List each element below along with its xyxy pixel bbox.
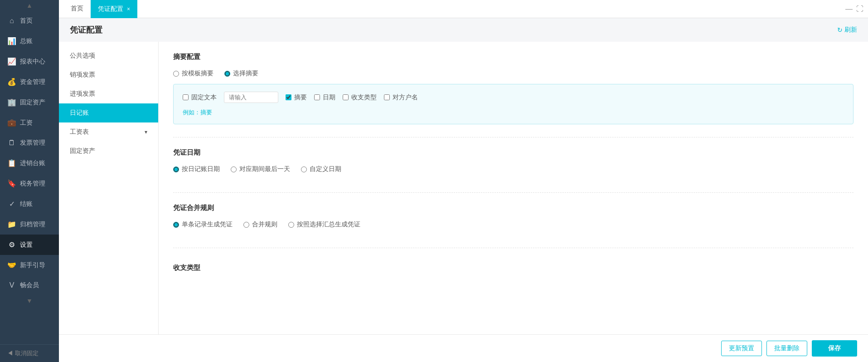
content-body: 公共选项 销项发票 进项发票 日记账 工资表 ▾ 固定资产 <box>59 42 868 334</box>
settings-icon: ⚙ <box>7 240 16 249</box>
radio-custom-date-label: 自定义日期 <box>310 165 341 173</box>
tax-icon: 🔖 <box>7 179 16 188</box>
left-nav-public[interactable]: 公共选项 <box>59 46 158 65</box>
checkbox-summary[interactable]: 摘要 <box>286 93 307 102</box>
sidebar-item-member-label: 畅会员 <box>20 281 39 289</box>
left-nav-purchase-invoice[interactable]: 进项发票 <box>59 84 158 103</box>
left-nav-purchase-invoice-label: 进项发票 <box>70 90 95 98</box>
summary-example: 例如：摘要 <box>183 108 844 117</box>
section-voucher-date: 凭证日期 按日记账日期 对应期间最后一天 自定义日期 <box>173 148 853 193</box>
left-nav-diary[interactable]: 日记账 <box>59 103 158 122</box>
unpin-icon: ◀ <box>7 350 13 357</box>
assets-icon: 🏢 <box>7 98 16 107</box>
home-icon: ⌂ <box>7 17 16 25</box>
radio-select-summary[interactable]: 选择摘要 <box>224 69 258 78</box>
sidebar-item-purchasesales[interactable]: 📋 进销台账 <box>0 153 59 173</box>
checkbox-counterparty-input[interactable] <box>384 94 390 100</box>
radio-last-day[interactable]: 对应期间最后一天 <box>231 165 290 173</box>
left-nav: 公共选项 销项发票 进项发票 日记账 工资表 ▾ 固定资产 <box>59 42 159 334</box>
checkbox-fixed-text[interactable]: 固定文本 <box>183 93 217 102</box>
sidebar-item-member[interactable]: V 畅会员 <box>0 275 59 295</box>
sidebar-item-assets-label: 固定资产 <box>20 98 45 107</box>
update-preview-button[interactable]: 更新预置 <box>721 341 762 356</box>
checkbox-date-input[interactable] <box>314 94 320 100</box>
sidebar-item-home[interactable]: ⌂ 首页 <box>0 11 59 31</box>
radio-last-day-input[interactable] <box>231 166 237 172</box>
page-header: 凭证配置 ↻ 刷新 <box>59 18 868 42</box>
left-nav-sales-invoice[interactable]: 销项发票 <box>59 65 158 84</box>
reports-icon: 📈 <box>7 57 16 66</box>
sidebar-item-reports-label: 报表中心 <box>20 58 45 66</box>
radio-aggregate-input[interactable] <box>288 222 294 228</box>
summary-box-row: 固定文本 摘要 日期 <box>183 92 844 103</box>
sidebar-item-guide-label: 新手引导 <box>20 261 45 269</box>
checkbox-counterparty[interactable]: 对方户名 <box>384 93 418 102</box>
maximize-button[interactable]: ⛶ <box>856 5 863 13</box>
checkbox-fixed-text-input[interactable] <box>183 94 189 100</box>
checkbox-date[interactable]: 日期 <box>314 93 335 102</box>
sidebar-item-funds-label: 资金管理 <box>20 78 45 86</box>
section-income-type: 收支类型 <box>173 259 853 293</box>
checkbox-income-type[interactable]: 收支类型 <box>343 93 377 102</box>
tab-voucher-close[interactable]: × <box>127 6 130 12</box>
sidebar-item-tax[interactable]: 🔖 税务管理 <box>0 173 59 194</box>
sidebar-scroll-down[interactable]: ▼ <box>0 295 59 306</box>
left-nav-payroll[interactable]: 工资表 ▾ <box>59 122 158 142</box>
sidebar-scroll-up[interactable]: ▲ <box>0 0 59 11</box>
sidebar-item-invoices-label: 发票管理 <box>20 139 45 147</box>
tab-voucher[interactable]: 凭证配置 × <box>91 0 137 18</box>
summary-radio-group: 按模板摘要 选择摘要 <box>173 69 853 78</box>
minimize-button[interactable]: — <box>845 5 853 13</box>
radio-template-label: 按模板摘要 <box>182 69 213 78</box>
sidebar-unpin-button[interactable]: ◀ 取消固定 <box>0 344 59 362</box>
sidebar-item-reports[interactable]: 📈 报表中心 <box>0 51 59 72</box>
voucher-date-title: 凭证日期 <box>173 148 853 157</box>
radio-aggregate-label: 按照选择汇总生成凭证 <box>297 220 360 229</box>
radio-select-input[interactable] <box>224 71 230 77</box>
income-type-title: 收支类型 <box>173 264 853 272</box>
merge-rules-title: 凭证合并规则 <box>173 204 853 212</box>
left-nav-fixed-assets-label: 固定资产 <box>70 147 95 155</box>
radio-single[interactable]: 单条记录生成凭证 <box>173 220 233 229</box>
refresh-button[interactable]: ↻ 刷新 <box>837 26 857 34</box>
sidebar-item-ledger[interactable]: 📊 总账 <box>0 31 59 51</box>
radio-custom-date[interactable]: 自定义日期 <box>301 165 341 173</box>
sidebar-item-archive-label: 归档管理 <box>20 220 45 229</box>
sidebar-item-guide[interactable]: 🤝 新手引导 <box>0 255 59 275</box>
radio-merge-label: 合并规则 <box>252 220 277 229</box>
radio-template-input[interactable] <box>173 71 179 77</box>
left-nav-fixed-assets[interactable]: 固定资产 <box>59 142 158 161</box>
radio-merge-input[interactable] <box>243 222 249 228</box>
radio-by-date-input[interactable] <box>173 166 179 172</box>
radio-merge[interactable]: 合并规则 <box>243 220 277 229</box>
sidebar-item-funds[interactable]: 💰 资金管理 <box>0 72 59 92</box>
sidebar: ▲ ⌂ 首页 📊 总账 📈 报表中心 💰 资金管理 🏢 固定资产 💼 工资 🗒 … <box>0 0 59 362</box>
sidebar-item-archive[interactable]: 📁 归档管理 <box>0 214 59 235</box>
sidebar-item-invoices[interactable]: 🗒 发票管理 <box>0 133 59 153</box>
tab-bar: 首页 凭证配置 × — ⛶ <box>59 0 868 18</box>
sidebar-item-settings[interactable]: ⚙ 设置 <box>0 235 59 255</box>
summary-text-input[interactable] <box>224 92 278 103</box>
radio-template-summary[interactable]: 按模板摘要 <box>173 69 213 78</box>
sidebar-item-settings-label: 设置 <box>20 241 33 249</box>
voucher-date-radio-group: 按日记账日期 对应期间最后一天 自定义日期 <box>173 165 853 173</box>
radio-single-input[interactable] <box>173 222 179 228</box>
sidebar-item-purchasesales-label: 进销台账 <box>20 159 45 167</box>
sidebar-item-wages[interactable]: 💼 工资 <box>0 113 59 133</box>
sidebar-item-assets[interactable]: 🏢 固定资产 <box>0 92 59 113</box>
save-button[interactable]: 保存 <box>812 340 857 357</box>
checkbox-income-type-input[interactable] <box>343 94 349 100</box>
sidebar-item-settle[interactable]: ✓ 结账 <box>0 194 59 214</box>
tab-voucher-label: 凭证配置 <box>98 5 123 13</box>
radio-custom-date-input[interactable] <box>301 166 307 172</box>
guide-icon: 🤝 <box>7 261 16 269</box>
tab-home[interactable]: 首页 <box>63 0 91 18</box>
invoices-icon: 🗒 <box>7 139 16 147</box>
refresh-icon: ↻ <box>837 26 843 34</box>
page-title: 凭证配置 <box>70 24 102 35</box>
refresh-label: 刷新 <box>844 26 857 34</box>
checkbox-summary-input[interactable] <box>286 94 291 100</box>
radio-aggregate[interactable]: 按照选择汇总生成凭证 <box>288 220 360 229</box>
radio-by-date[interactable]: 按日记账日期 <box>173 165 220 173</box>
batch-delete-button[interactable]: 批量删除 <box>766 341 807 356</box>
